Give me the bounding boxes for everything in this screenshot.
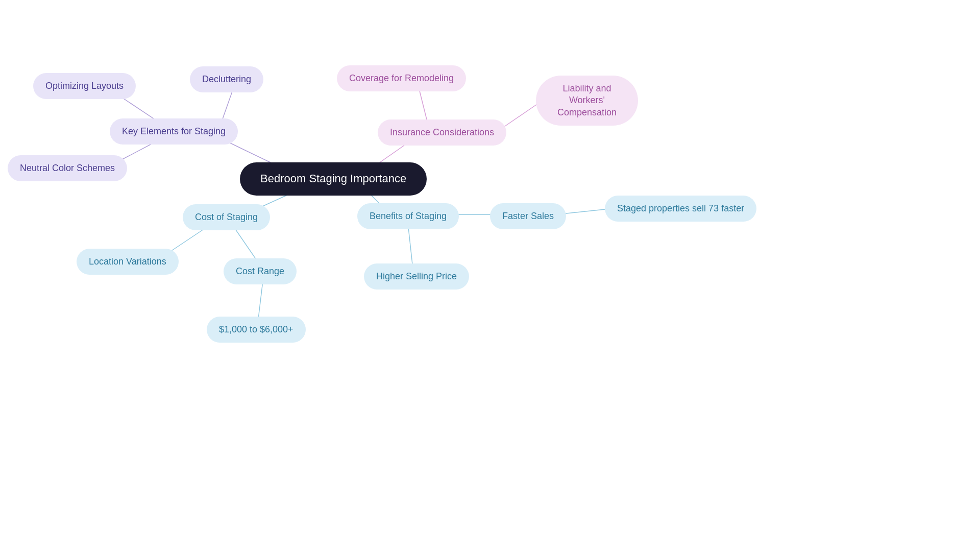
neutral-color-schemes-node: Neutral Color Schemes: [8, 155, 127, 181]
optimizing-layouts-node: Optimizing Layouts: [33, 73, 136, 99]
location-variations-node: Location Variations: [77, 249, 179, 275]
staged-properties-node: Staged properties sell 73 faster: [605, 196, 756, 222]
cost-range-node: Cost Range: [224, 258, 297, 284]
key-elements-node: Key Elements for Staging: [110, 118, 238, 145]
cost-value-node: $1,000 to $6,000+: [207, 317, 306, 343]
faster-sales-node: Faster Sales: [490, 203, 566, 229]
decluttering-node: Decluttering: [190, 66, 263, 92]
cost-of-staging-node: Cost of Staging: [183, 204, 270, 230]
svg-line-14: [408, 227, 412, 265]
coverage-remodeling-node: Coverage for Remodeling: [337, 65, 466, 91]
higher-selling-price-node: Higher Selling Price: [364, 263, 469, 290]
liability-workers-comp-node: Liability and Workers' Compensation: [536, 76, 638, 126]
benefits-staging-node: Benefits of Staging: [357, 203, 459, 229]
center-node: Bedroom Staging Importance: [240, 162, 427, 196]
mind-map: Bedroom Staging Importance Key Elements …: [0, 0, 980, 553]
insurance-considerations-node: Insurance Considerations: [378, 119, 506, 146]
